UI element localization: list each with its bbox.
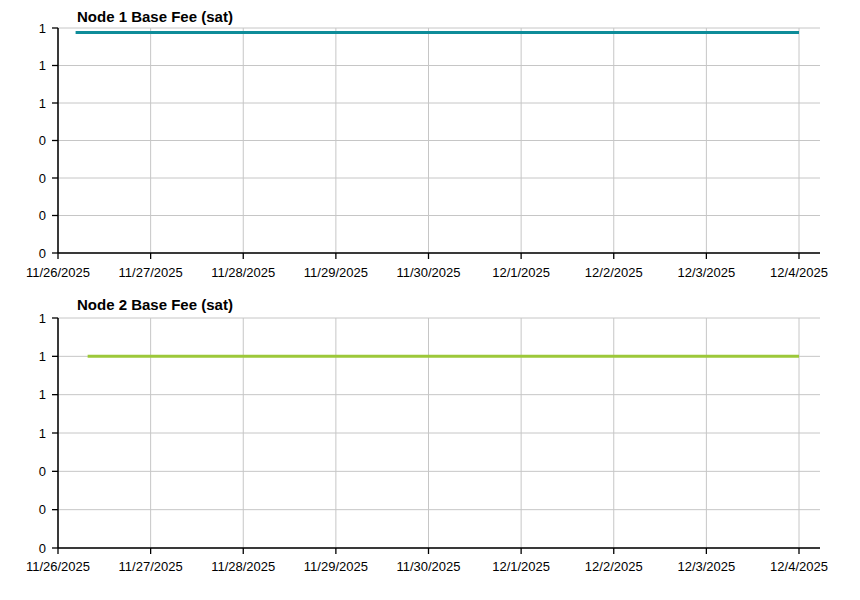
node-1-base-fee-chart: 111000011/26/202511/27/202511/28/202511/… [0,0,860,294]
x-tick-label: 11/28/2025 [211,265,275,280]
x-tick-label: 12/1/2025 [492,559,550,574]
chart-svg: 111100011/26/202511/27/202511/28/202511/… [0,290,860,600]
charts-canvas: 111000011/26/202511/27/202511/28/202511/… [0,0,860,600]
y-tick-label: 1 [39,426,46,441]
x-tick-label: 11/30/2025 [396,265,460,280]
x-tick-label: 12/2/2025 [585,559,643,574]
x-tick-label: 11/30/2025 [396,559,460,574]
x-tick-label: 11/26/2025 [26,559,90,574]
node-2-base-fee-chart: 111100011/26/202511/27/202511/28/202511/… [0,290,860,600]
y-tick-label: 1 [39,349,46,364]
y-tick-label: 1 [39,387,46,402]
x-tick-label: 11/27/2025 [119,265,183,280]
x-tick-label: 12/4/2025 [770,265,828,280]
x-tick-label: 11/29/2025 [304,559,368,574]
y-tick-label: 0 [39,502,46,517]
x-tick-label: 11/28/2025 [211,559,275,574]
y-tick-label: 0 [39,208,46,223]
y-tick-label: 1 [39,311,46,326]
y-tick-label: 1 [39,21,46,36]
y-tick-label: 0 [39,246,46,261]
x-tick-label: 11/27/2025 [119,559,183,574]
x-tick-label: 12/4/2025 [770,559,828,574]
y-tick-label: 0 [39,541,46,556]
chart-svg: 111000011/26/202511/27/202511/28/202511/… [0,0,860,290]
x-tick-label: 11/29/2025 [304,265,368,280]
x-tick-label: 12/3/2025 [677,559,735,574]
x-tick-label: 11/26/2025 [26,265,90,280]
y-tick-label: 1 [39,58,46,73]
chart-title: Node 1 Base Fee (sat) [77,8,233,25]
x-tick-label: 12/1/2025 [492,265,550,280]
y-tick-label: 0 [39,464,46,479]
y-tick-label: 1 [39,96,46,111]
y-tick-label: 0 [39,171,46,186]
x-tick-label: 12/2/2025 [585,265,643,280]
x-tick-label: 12/3/2025 [677,265,735,280]
chart-title: Node 2 Base Fee (sat) [77,296,233,313]
y-tick-label: 0 [39,133,46,148]
